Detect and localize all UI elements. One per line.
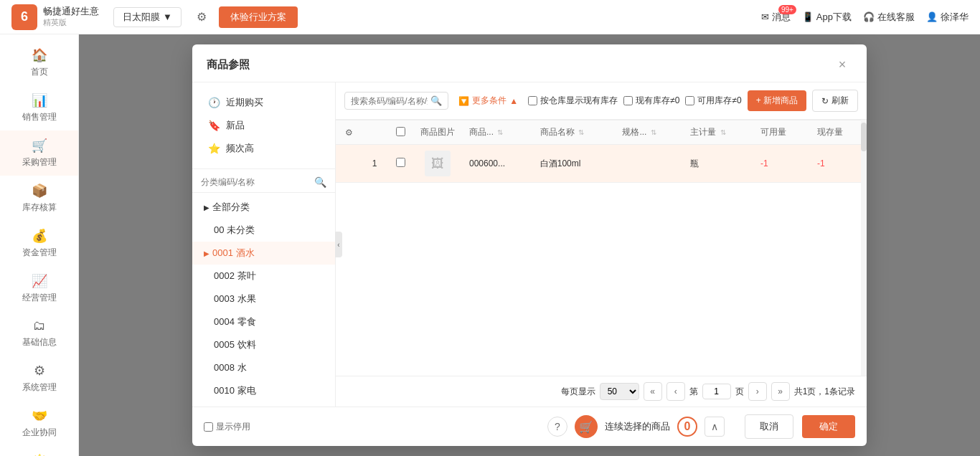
topbar-right: ✉ 消息 99+ 📱 App下载 🎧 在线客服 👤 徐泽华 <box>761 11 969 24</box>
toolbar-right: + 新增商品 ↻ 刷新 <box>748 90 858 112</box>
cart-label: 连续选择的商品 <box>605 420 670 433</box>
logo-area: 6 畅捷通好生意 精英版 <box>11 4 99 30</box>
modal-close-btn[interactable]: × <box>832 54 852 75</box>
refresh-btn[interactable]: ↻ 刷新 <box>812 90 858 112</box>
select-all-checkbox[interactable] <box>396 127 405 136</box>
row-check[interactable] <box>387 145 413 183</box>
modal-right-panel: 🔍 🔽 更多条件 ▲ 按仓库显示现有库存 <box>336 82 867 407</box>
modal-bottom-bar: 显示停用 ? 🛒 连续选择的商品 0 ∧ 取消 确定 <box>192 407 867 446</box>
category-search-icon[interactable]: 🔍 <box>314 176 326 188</box>
cart-icon[interactable]: 🛒 <box>575 415 598 438</box>
tab-frequent[interactable]: ⭐ 频次高 <box>201 137 326 160</box>
product-search-box: 🔍 <box>344 92 448 110</box>
modal-left-panel: 🕐 近期购买 🔖 新品 ⭐ 频次高 <box>192 82 336 407</box>
online-service-btn[interactable]: 🎧 在线客服 <box>863 11 915 24</box>
cat-item-liquor[interactable]: ▶ 0001 酒水 <box>192 242 335 265</box>
modal-body: 🕐 近期购买 🔖 新品 ⭐ 频次高 <box>192 82 867 407</box>
sidebar-item-purchase[interactable]: 🛒 采购管理 <box>0 130 78 176</box>
settings-col-icon[interactable]: ⚙ <box>345 128 353 138</box>
filter-chevron-icon: ▲ <box>509 96 518 106</box>
cancel-btn[interactable]: 取消 <box>745 414 793 439</box>
cat-item-snack[interactable]: 0004 零食 <box>192 310 335 333</box>
cat-item-tea[interactable]: 0002 茶叶 <box>192 265 335 288</box>
sidebar-item-inventory[interactable]: 📦 库存核算 <box>0 176 78 221</box>
sidebar-item-sales[interactable]: 📊 销售管理 <box>0 85 78 130</box>
messages-badge: 99+ <box>778 5 796 14</box>
more-filter-btn[interactable]: 🔽 更多条件 ▲ <box>454 92 522 110</box>
sort-spec-icon: ⇅ <box>651 128 656 136</box>
sidebar-item-finance[interactable]: 💰 资金管理 <box>0 221 78 266</box>
sidebar-item-system[interactable]: ⚙ 系统管理 <box>0 356 78 401</box>
cart-collapse-btn[interactable]: ∧ <box>705 417 725 437</box>
product-img: 🖼 <box>425 151 451 176</box>
sales-icon: 📊 <box>32 92 47 108</box>
add-product-btn[interactable]: + 新增商品 <box>748 90 806 111</box>
cat-item-fruit[interactable]: 0003 水果 <box>192 288 335 310</box>
scrollbar-thumb[interactable] <box>861 123 867 151</box>
category-search-input[interactable] <box>201 177 310 187</box>
quick-tabs: 🕐 近期购买 🔖 新品 ⭐ 频次高 <box>192 91 335 160</box>
show-disabled-checkbox[interactable]: 显示停用 <box>204 421 250 433</box>
confirm-btn[interactable]: 确定 <box>802 415 855 438</box>
product-table: ⚙ 商品图片 商品... <box>336 120 867 183</box>
col-unit-header[interactable]: 主计量 ⇅ <box>683 120 753 145</box>
row-spec <box>615 145 683 183</box>
table-row[interactable]: 1 🖼 000600... 白酒100ml <box>336 145 867 183</box>
sidebar-item-guide[interactable]: 🌟 新手引导 <box>0 446 78 456</box>
settings-icon[interactable]: ⚙ <box>190 6 213 29</box>
show-stock-checkbox[interactable]: 按仓库显示现有库存 <box>528 95 618 107</box>
total-info: 共1页，1条记录 <box>794 386 855 398</box>
row-available: -1 <box>753 145 810 183</box>
first-page-btn[interactable]: « <box>644 382 662 401</box>
sidebar-item-home[interactable]: 🏠 首页 <box>0 40 78 85</box>
cat-item-appliance[interactable]: 0010 家电 <box>192 379 335 398</box>
row-code: 000600... <box>462 145 533 183</box>
tab-new[interactable]: 🔖 新品 <box>201 114 326 137</box>
col-name-header[interactable]: 商品名称 ⇅ <box>533 120 616 145</box>
logo-text: 畅捷通好生意 <box>43 6 99 18</box>
category-list: ▶ 全部分类 00 未分类 ▶ 0001 酒水 0002 茶 <box>192 196 335 398</box>
finance-icon: 💰 <box>32 228 47 244</box>
col-checkbox <box>387 120 413 145</box>
tab-recent[interactable]: 🕐 近期购买 <box>201 91 326 114</box>
col-code-header[interactable]: 商品... ⇅ <box>462 120 533 145</box>
logo-sub: 精英版 <box>43 17 99 28</box>
main-layout: 🏠 首页 📊 销售管理 🛒 采购管理 📦 库存核算 💰 资金管理 📈 经营管理 … <box>0 34 980 456</box>
modal-header: 商品参照 × <box>192 44 867 82</box>
messages-btn[interactable]: ✉ 消息 99+ <box>761 11 791 24</box>
product-search-input[interactable] <box>351 96 428 106</box>
sidebar-item-collab[interactable]: 🤝 企业协同 <box>0 401 78 446</box>
page-size-select[interactable]: 50 10 20 100 <box>600 383 639 400</box>
sidebar-item-ops[interactable]: 📈 经营管理 <box>0 266 78 311</box>
refresh-icon: ↻ <box>821 96 829 106</box>
purchase-icon: 🛒 <box>32 138 47 153</box>
nonzero-stock-checkbox[interactable]: 现有库存≠0 <box>623 95 679 107</box>
sort-code-icon: ⇅ <box>497 128 503 136</box>
nonzero-available-checkbox[interactable]: 可用库存≠0 <box>685 95 741 107</box>
scrollbar-track[interactable] <box>861 120 867 376</box>
next-page-btn[interactable]: › <box>748 382 767 401</box>
system-icon: ⚙ <box>34 363 45 379</box>
cat-item-water[interactable]: 0008 水 <box>192 356 335 379</box>
cat-item-uncat[interactable]: 00 未分类 <box>192 219 335 242</box>
prev-page-btn[interactable]: ‹ <box>666 382 685 401</box>
store-selector[interactable]: 日太阳膜 ▼ <box>113 7 182 27</box>
cat-item-drink[interactable]: 0005 饮料 <box>192 333 335 356</box>
col-spec-header[interactable]: 规格... ⇅ <box>615 120 683 145</box>
last-page-btn[interactable]: » <box>771 382 790 401</box>
recent-icon: 🕐 <box>208 97 220 108</box>
app-download-btn[interactable]: 📱 App下载 <box>802 11 852 24</box>
product-search-icon[interactable]: 🔍 <box>430 95 442 106</box>
help-icon[interactable]: ? <box>547 417 567 437</box>
exp-btn[interactable]: 体验行业方案 <box>219 6 298 28</box>
user-avatar[interactable]: 👤 徐泽华 <box>926 11 969 24</box>
sidebar-item-basic[interactable]: 🗂 基础信息 <box>0 311 78 356</box>
collab-icon: 🤝 <box>32 408 47 424</box>
cat-item-all[interactable]: ▶ 全部分类 <box>192 196 335 219</box>
chevron-down-icon: ▼ <box>163 11 172 22</box>
page-number-input[interactable] <box>702 384 731 399</box>
sidebar: 🏠 首页 📊 销售管理 🛒 采购管理 📦 库存核算 💰 资金管理 📈 经营管理 … <box>0 34 79 456</box>
modal-overlay: 商品参照 × 🕐 近期购买 🔖 <box>79 34 980 456</box>
row-image: 🖼 <box>413 145 462 183</box>
home-icon: 🏠 <box>32 47 47 63</box>
